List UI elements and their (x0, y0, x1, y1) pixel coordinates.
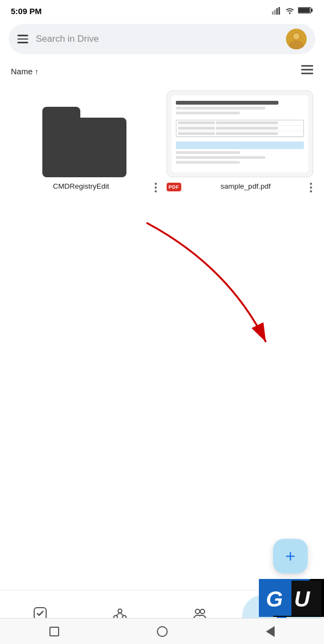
folder-body (42, 118, 126, 177)
back-button[interactable] (264, 625, 277, 638)
sort-arrow: ↑ (35, 67, 39, 76)
search-bar[interactable]: Search in Drive (9, 24, 315, 54)
back-icon (266, 626, 275, 637)
status-bar: 5:09 PM (0, 0, 324, 20)
svg-point-10 (293, 33, 300, 40)
svg-rect-13 (301, 69, 313, 70)
search-placeholder: Search in Drive (36, 34, 278, 44)
watermark-logo: G U (262, 581, 321, 616)
folder-more-button[interactable] (154, 183, 158, 192)
pdf-line-1 (176, 107, 266, 110)
pdf-line-5 (176, 161, 240, 164)
pdf-table-row-3 (176, 131, 304, 137)
square-icon (49, 627, 59, 636)
recent-apps-button[interactable] (48, 625, 61, 638)
svg-rect-1 (274, 10, 276, 15)
pdf-more-button[interactable] (309, 183, 313, 192)
pdf-table-row-2 (176, 126, 304, 131)
svg-rect-12 (301, 65, 313, 67)
hamburger-menu-icon[interactable] (17, 35, 28, 43)
list-view-icon[interactable] (301, 65, 313, 78)
file-card-pdf[interactable]: PDF sample_pdf.pdf (167, 91, 314, 192)
pdf-blue-section (176, 141, 304, 149)
svg-text:U: U (294, 587, 310, 611)
pdf-preview-content (171, 95, 309, 172)
user-avatar[interactable] (286, 29, 307, 49)
status-time: 5:09 PM (11, 7, 42, 16)
svg-text:G: G (266, 587, 283, 611)
pdf-line-4 (176, 156, 266, 159)
add-new-button[interactable]: + (273, 539, 308, 574)
folder-shape (42, 107, 126, 177)
file-info-pdf: PDF sample_pdf.pdf (167, 182, 314, 192)
folder-tab (42, 107, 80, 118)
folder-thumbnail (11, 91, 158, 177)
signal-icon (272, 7, 282, 15)
svg-rect-3 (278, 7, 280, 15)
pdf-line-2 (176, 112, 240, 114)
pdf-thumbnail (167, 91, 314, 177)
pdf-table (176, 120, 304, 137)
file-info-folder: CMDRegistryEdit (11, 182, 158, 192)
pdf-badge: PDF (167, 183, 182, 191)
status-icons (272, 7, 313, 16)
battery-icon (298, 7, 313, 16)
svg-rect-5 (298, 8, 310, 12)
home-button[interactable] (156, 625, 169, 638)
pdf-line-3 (176, 151, 240, 154)
svg-line-21 (120, 613, 124, 616)
system-nav-bar (0, 618, 324, 644)
sort-name: Name (11, 67, 33, 76)
wifi-icon (285, 7, 295, 15)
sort-label[interactable]: Name ↑ (11, 67, 39, 76)
svg-line-20 (116, 613, 120, 616)
svg-point-17 (118, 609, 122, 613)
svg-rect-14 (301, 73, 313, 74)
sort-row: Name ↑ (0, 59, 324, 82)
pdf-title-line (176, 101, 278, 105)
svg-point-22 (195, 609, 200, 614)
svg-rect-6 (311, 9, 313, 12)
file-card-folder[interactable]: CMDRegistryEdit (11, 91, 158, 192)
pdf-name: sample_pdf.pdf (185, 182, 307, 191)
plus-icon: + (285, 548, 296, 565)
svg-rect-0 (272, 11, 274, 15)
folder-name: CMDRegistryEdit (11, 182, 151, 191)
files-grid: CMDRegistryEdit (0, 82, 324, 201)
pdf-table-row-1 (176, 120, 304, 126)
watermark: G U (259, 579, 324, 617)
svg-rect-2 (276, 8, 278, 15)
red-arrow-svg (0, 201, 324, 385)
circle-icon (157, 626, 168, 637)
svg-point-23 (200, 609, 205, 614)
arrow-area (0, 201, 324, 385)
